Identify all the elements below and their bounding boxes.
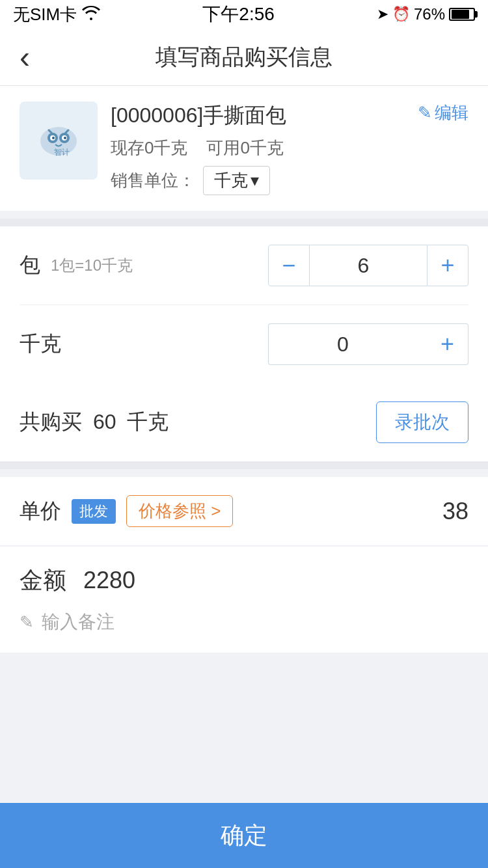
price-ref-button[interactable]: 价格参照 > — [126, 495, 233, 527]
location-icon: ➤ — [377, 6, 388, 23]
remark-row[interactable]: ✎ 输入备注 — [20, 610, 468, 653]
product-info: [0000006]手撕面包 现存0千克 可用0千克 销售单位： 千克 ▾ — [111, 102, 468, 195]
total-amount: 60 — [93, 410, 116, 433]
alarm-icon: ⏰ — [392, 6, 410, 23]
product-card: 智计 [0000006]手撕面包 现存0千克 可用0千克 销售单位： 千克 ▾ … — [0, 86, 488, 211]
amount-row: 金额 2280 — [20, 565, 468, 597]
kilogram-label: 千克 — [20, 330, 61, 359]
wifi-icon — [82, 5, 100, 25]
status-time: 下午2:56 — [202, 2, 275, 27]
total-text: 共购买 60 千克 — [20, 408, 169, 437]
kilogram-stepper: + — [268, 323, 468, 365]
confirm-button[interactable]: 确定 — [0, 803, 488, 868]
product-stock: 现存0千克 可用0千克 — [111, 137, 468, 159]
product-image: 智计 — [20, 102, 98, 180]
price-label: 单价 — [20, 497, 61, 526]
svg-point-6 — [64, 137, 66, 139]
divider-2 — [0, 461, 488, 469]
total-section: 共购买 60 千克 录批次 — [0, 383, 488, 461]
package-minus-button[interactable]: − — [268, 245, 310, 286]
amount-value: 2280 — [83, 567, 135, 593]
status-left: 无SIM卡 — [13, 3, 100, 26]
battery-icon — [449, 8, 475, 21]
svg-text:智计: 智计 — [54, 148, 70, 157]
status-bar: 无SIM卡 下午2:56 ➤ ⏰ 76% — [0, 0, 488, 29]
svg-point-5 — [52, 137, 55, 139]
package-hint: 1包=10千克 — [51, 255, 133, 276]
input-section: 包 1包=10千克 − + 千克 + — [0, 226, 488, 383]
package-row: 包 1包=10千克 − + — [20, 226, 468, 305]
kilogram-plus-button[interactable]: + — [427, 323, 468, 365]
kilogram-input[interactable] — [268, 323, 427, 365]
price-section: 单价 批发 价格参照 > 38 — [0, 477, 488, 545]
edit-icon: ✎ — [418, 103, 432, 123]
package-label: 包 1包=10千克 — [20, 251, 133, 280]
divider-1 — [0, 219, 488, 226]
battery-percent: 76% — [414, 5, 445, 23]
nav-bar: ‹ 填写商品购买信息 — [0, 29, 488, 86]
price-tag: 批发 — [72, 499, 116, 524]
edit-button[interactable]: ✎ 编辑 — [418, 102, 468, 124]
pencil-icon: ✎ — [20, 612, 34, 632]
back-button[interactable]: ‹ — [20, 39, 30, 75]
amount-section: 金额 2280 ✎ 输入备注 — [0, 547, 488, 653]
package-input[interactable] — [310, 245, 427, 286]
carrier-text: 无SIM卡 — [13, 3, 77, 26]
kilogram-row: 千克 + — [20, 305, 468, 383]
unit-select[interactable]: 千克 ▾ — [203, 166, 270, 195]
product-unit-row: 销售单位： 千克 ▾ — [111, 166, 468, 195]
product-name: [0000006]手撕面包 — [111, 102, 468, 130]
status-right: ➤ ⏰ 76% — [377, 5, 475, 23]
product-logo: 智计 — [36, 118, 81, 163]
remark-placeholder: 输入备注 — [42, 610, 115, 634]
page-title: 填写商品购买信息 — [156, 42, 332, 72]
price-value: 38 — [442, 498, 468, 525]
chevron-down-icon: ▾ — [251, 170, 259, 191]
batch-button[interactable]: 录批次 — [376, 401, 468, 443]
package-stepper: − + — [268, 245, 468, 286]
package-plus-button[interactable]: + — [427, 245, 468, 286]
